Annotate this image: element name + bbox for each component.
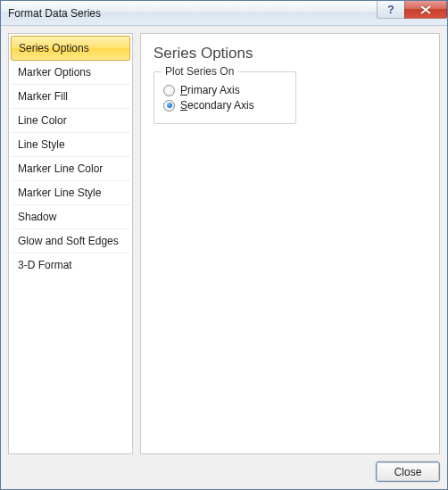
window-close-button[interactable] xyxy=(404,1,447,19)
window-controls: ? xyxy=(377,1,447,19)
radio-secondary-axis[interactable]: Secondary Axis xyxy=(163,99,286,112)
sidebar-item-line-style[interactable]: Line Style xyxy=(11,133,130,157)
radio-label: Primary Axis xyxy=(180,84,240,96)
radio-icon xyxy=(163,100,175,112)
sidebar-item-series-options[interactable]: Series Options xyxy=(11,36,130,61)
sidebar-item-label: Marker Line Color xyxy=(18,162,103,175)
sidebar-item-line-color[interactable]: Line Color xyxy=(11,109,130,133)
sidebar-item-label: Series Options xyxy=(19,42,89,54)
radio-icon xyxy=(163,85,175,96)
sidebar-item-label: Line Color xyxy=(18,114,67,127)
radio-primary-axis[interactable]: Primary Axis xyxy=(163,84,286,96)
sidebar-item-marker-line-color[interactable]: Marker Line Color xyxy=(11,157,130,181)
main-panel: Series Options Plot Series On Primary Ax… xyxy=(140,33,440,454)
sidebar-item-marker-line-style[interactable]: Marker Line Style xyxy=(11,181,130,205)
button-row: Close xyxy=(8,454,440,482)
category-sidebar: Series Options Marker Options Marker Fil… xyxy=(8,33,133,454)
help-icon: ? xyxy=(387,4,394,16)
sidebar-item-marker-fill[interactable]: Marker Fill xyxy=(11,85,130,109)
dialog-window: Format Data Series ? Series Options Mark… xyxy=(0,0,448,490)
sidebar-item-label: 3-D Format xyxy=(18,259,72,271)
sidebar-item-label: Marker Options xyxy=(18,66,91,79)
group-legend: Plot Series On xyxy=(162,65,237,78)
sidebar-item-label: Glow and Soft Edges xyxy=(18,235,119,247)
sidebar-item-glow-soft-edges[interactable]: Glow and Soft Edges xyxy=(11,229,130,253)
window-title: Format Data Series xyxy=(8,7,101,20)
help-button[interactable]: ? xyxy=(377,1,405,19)
titlebar[interactable]: Format Data Series ? xyxy=(1,1,447,26)
sidebar-item-label: Marker Fill xyxy=(18,90,68,103)
radio-dot-icon xyxy=(167,103,172,108)
close-icon xyxy=(420,5,431,14)
client-area: Series Options Marker Options Marker Fil… xyxy=(1,26,447,489)
content-row: Series Options Marker Options Marker Fil… xyxy=(8,33,440,454)
sidebar-item-shadow[interactable]: Shadow xyxy=(11,205,130,229)
plot-series-on-group: Plot Series On Primary Axis Secondary Ax… xyxy=(153,71,296,124)
sidebar-item-label: Shadow xyxy=(18,211,56,223)
sidebar-item-3d-format[interactable]: 3-D Format xyxy=(11,253,130,277)
radio-label: Secondary Axis xyxy=(180,99,254,112)
sidebar-item-label: Marker Line Style xyxy=(18,187,101,199)
sidebar-item-label: Line Style xyxy=(18,138,65,151)
close-button[interactable]: Close xyxy=(376,461,440,482)
panel-heading: Series Options xyxy=(153,45,427,62)
sidebar-item-marker-options[interactable]: Marker Options xyxy=(11,61,130,85)
